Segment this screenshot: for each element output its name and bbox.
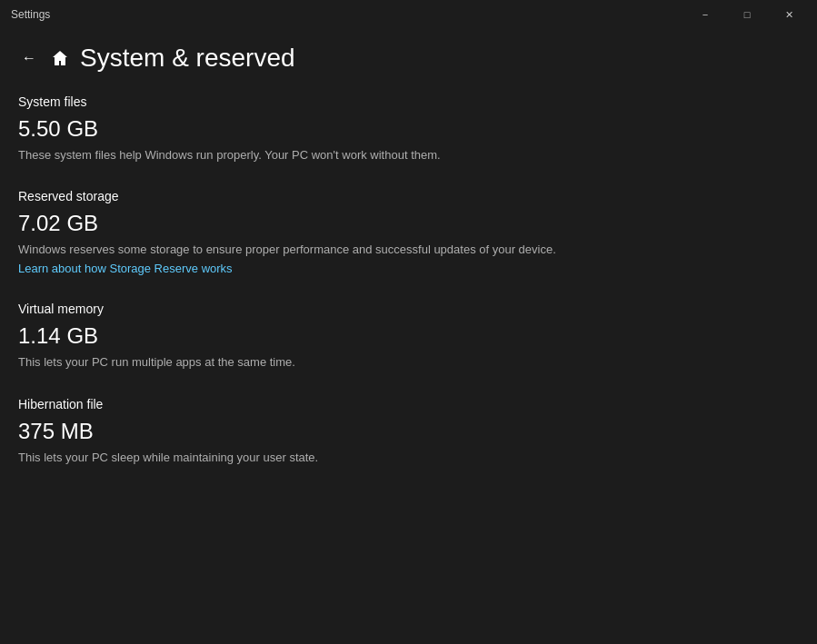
section-desc-hibernation-file: This lets your PC sleep while maintainin… xyxy=(18,450,636,466)
section-heading-system-files: System files xyxy=(18,94,799,109)
home-icon-area xyxy=(51,49,69,67)
back-arrow-icon: ← xyxy=(22,50,36,66)
back-button[interactable]: ← xyxy=(18,46,40,70)
section-size-hibernation-file: 375 MB xyxy=(18,419,799,444)
title-bar-controls: − □ ✕ xyxy=(684,0,810,29)
close-button[interactable]: ✕ xyxy=(768,0,810,29)
section-desc-virtual-memory: This lets your PC run multiple apps at t… xyxy=(18,354,636,371)
section-heading-virtual-memory: Virtual memory xyxy=(18,302,799,316)
section-heading-reserved-storage: Reserved storage xyxy=(18,189,799,203)
page-title: System & reserved xyxy=(80,44,295,73)
title-bar-title: Settings xyxy=(11,8,50,21)
section-size-virtual-memory: 1.14 GB xyxy=(18,323,799,349)
section-reserved-storage: Reserved storage7.02 GBWindows reserves … xyxy=(18,189,799,276)
maximize-button[interactable]: □ xyxy=(726,0,768,29)
section-size-system-files: 5.50 GB xyxy=(18,116,799,142)
section-link-reserved-storage[interactable]: Learn about how Storage Reserve works xyxy=(18,262,233,275)
sections-container: System files5.50 GBThese system files he… xyxy=(18,94,799,466)
section-system-files: System files5.50 GBThese system files he… xyxy=(18,94,799,163)
title-bar-left: Settings xyxy=(11,8,50,21)
section-virtual-memory: Virtual memory1.14 GBThis lets your PC r… xyxy=(18,302,799,371)
section-desc-system-files: These system files help Windows run prop… xyxy=(18,147,636,163)
main-content: ← System & reserved System files5.50 GBT… xyxy=(0,29,817,506)
section-desc-reserved-storage: Windows reserves some storage to ensure … xyxy=(18,242,636,258)
page-header: ← System & reserved xyxy=(18,44,799,73)
minimize-button[interactable]: − xyxy=(684,0,726,29)
section-hibernation-file: Hibernation file375 MBThis lets your PC … xyxy=(18,397,799,466)
title-bar: Settings − □ ✕ xyxy=(0,0,817,29)
home-icon xyxy=(51,49,69,67)
section-heading-hibernation-file: Hibernation file xyxy=(18,397,799,411)
section-size-reserved-storage: 7.02 GB xyxy=(18,211,799,236)
